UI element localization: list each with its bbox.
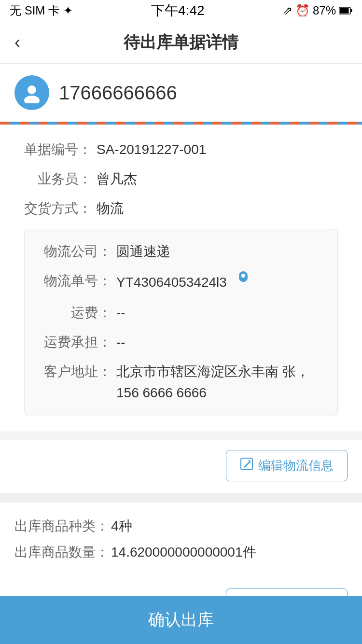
location-icon: ⇗ bbox=[283, 4, 292, 17]
edit-icon bbox=[240, 457, 253, 474]
freight-bearer-label: 运费承担： bbox=[34, 332, 111, 353]
confirm-button[interactable]: 确认出库 bbox=[0, 596, 362, 644]
logistics-card: 物流公司： 圆通速递 物流单号： YT43064053424l3 bbox=[24, 229, 338, 416]
alarm-icon: ⏰ bbox=[295, 4, 310, 17]
doc-number-label: 单据编号： bbox=[14, 139, 92, 161]
user-phone: 17666666666 bbox=[59, 82, 177, 104]
svg-rect-1 bbox=[340, 8, 349, 14]
goods-types-label: 出库商品种类： bbox=[14, 517, 111, 535]
user-section: 17666666666 bbox=[0, 64, 362, 122]
battery-percent: 87% bbox=[313, 4, 336, 17]
edit-logistics-label: 编辑物流信息 bbox=[258, 457, 334, 474]
goods-types-row: 出库商品种类： 4种 bbox=[14, 517, 348, 535]
status-right: ⇗ ⏰ 87% bbox=[283, 4, 352, 17]
location-pin-icon[interactable] bbox=[235, 270, 252, 294]
goods-quantity-row: 出库商品数量： 14.620000000000001件 bbox=[14, 543, 348, 561]
delivery-method-row: 交货方式： 物流 bbox=[14, 198, 348, 220]
nav-bar: ‹ 待出库单据详情 bbox=[0, 21, 362, 64]
section-divider bbox=[0, 493, 362, 503]
avatar bbox=[14, 75, 49, 110]
goods-section: 出库商品种类： 4种 出库商品数量： 14.620000000000001件 bbox=[0, 503, 362, 579]
freight-row: 运费： -- bbox=[34, 302, 328, 324]
logistics-company-row: 物流公司： 圆通速递 bbox=[34, 241, 328, 263]
logistics-tracking-value: YT43064053424l3 bbox=[111, 270, 328, 294]
sales-rep-value: 曾凡杰 bbox=[92, 168, 348, 190]
goods-quantity-value: 14.620000000000001件 bbox=[111, 543, 256, 561]
delivery-method-label: 交货方式： bbox=[14, 198, 92, 220]
logistics-company-label: 物流公司： bbox=[34, 241, 111, 263]
goods-types-value: 4种 bbox=[111, 517, 132, 535]
battery-icon bbox=[339, 4, 352, 17]
freight-label: 运费： bbox=[34, 302, 111, 324]
edit-btn-row: 编辑物流信息 bbox=[0, 440, 362, 493]
svg-point-4 bbox=[24, 96, 40, 103]
svg-point-8 bbox=[241, 274, 245, 278]
edit-logistics-button[interactable]: 编辑物流信息 bbox=[226, 450, 348, 481]
logistics-company-value: 圆通速递 bbox=[111, 241, 328, 263]
address-value: 北京市市辖区海淀区永丰南 张，156 6666 6666 bbox=[111, 361, 328, 405]
logistics-tracking-row: 物流单号： YT43064053424l3 bbox=[34, 270, 328, 294]
svg-point-3 bbox=[28, 85, 36, 94]
page-title: 待出库单据详情 bbox=[124, 31, 238, 54]
confirm-btn-text: 确认出库 bbox=[148, 609, 214, 631]
back-button[interactable]: ‹ bbox=[14, 32, 20, 53]
address-label: 客户地址： bbox=[34, 361, 111, 383]
sales-rep-label: 业务员： bbox=[14, 168, 92, 190]
status-left: 无 SIM 卡 ✦ bbox=[10, 3, 73, 18]
goods-quantity-label: 出库商品数量： bbox=[14, 543, 111, 561]
doc-number-value: SA-20191227-001 bbox=[92, 139, 348, 161]
freight-bearer-row: 运费承担： -- bbox=[34, 332, 328, 353]
doc-number-row: 单据编号： SA-20191227-001 bbox=[14, 139, 348, 161]
logistics-tracking-label: 物流单号： bbox=[34, 270, 111, 292]
basic-info-section: 单据编号： SA-20191227-001 业务员： 曾凡杰 交货方式： 物流 … bbox=[0, 125, 362, 431]
delivery-method-value: 物流 bbox=[92, 198, 348, 220]
sim-text: 无 SIM 卡 ✦ bbox=[10, 3, 73, 18]
status-bar: 无 SIM 卡 ✦ 下午4:42 ⇗ ⏰ 87% bbox=[0, 0, 362, 21]
freight-bearer-value: -- bbox=[111, 332, 328, 353]
status-time: 下午4:42 bbox=[151, 1, 205, 20]
sales-rep-row: 业务员： 曾凡杰 bbox=[14, 168, 348, 190]
svg-rect-2 bbox=[351, 9, 352, 12]
freight-value: -- bbox=[111, 302, 328, 324]
address-row: 客户地址： 北京市市辖区海淀区永丰南 张，156 6666 6666 bbox=[34, 361, 328, 405]
